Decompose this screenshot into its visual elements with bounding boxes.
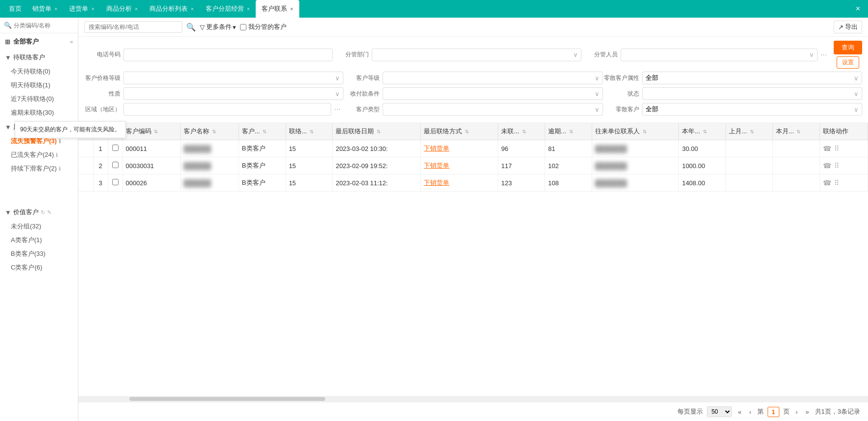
sidebar-item-tomorrow[interactable]: 明天待联络(1) bbox=[0, 78, 78, 92]
tab-analysis-list-close[interactable]: × bbox=[191, 6, 193, 12]
last-page-button[interactable]: » bbox=[803, 407, 811, 417]
value-edit-icon[interactable]: ✎ bbox=[47, 209, 51, 216]
th-overdue[interactable]: 逾期... ⇅ bbox=[545, 123, 592, 140]
filter-select-status[interactable]: ∨ bbox=[642, 87, 862, 100]
filter-select-region[interactable] bbox=[123, 103, 331, 116]
filter-select-customer-type[interactable]: ∨ bbox=[383, 103, 603, 116]
row-checkbox[interactable] bbox=[112, 179, 119, 185]
value-refresh-icon[interactable]: ↻ bbox=[41, 209, 45, 216]
per-page-select[interactable]: 50 100 200 bbox=[707, 406, 732, 417]
th-contact-person[interactable]: 往来单位联系人 ⇅ bbox=[592, 123, 679, 140]
th-not-contacted[interactable]: 未联... ⇅ bbox=[498, 123, 545, 140]
next-page-button[interactable]: › bbox=[794, 407, 799, 417]
sidebar-collapse-icon[interactable]: « bbox=[70, 39, 73, 45]
region-dots-button[interactable]: ··· bbox=[331, 105, 343, 114]
filter-select-zero-customer[interactable]: 全部 ∨ bbox=[642, 103, 862, 116]
filter-select-zero-attr[interactable]: 全部 ∨ bbox=[642, 72, 862, 84]
sidebar-item-overdue[interactable]: 逾期未联络(30) bbox=[0, 106, 78, 120]
filter-input-phone[interactable] bbox=[123, 49, 333, 61]
export-button[interactable]: ↗ 导出 bbox=[834, 21, 862, 33]
query-button[interactable]: 查询 bbox=[834, 41, 862, 54]
row-last-method-cell[interactable]: 下销货单 bbox=[421, 140, 498, 157]
first-page-button[interactable]: « bbox=[736, 407, 743, 417]
filter-settings-button[interactable]: 设置 bbox=[837, 56, 859, 69]
filter-select-manager[interactable]: ∨ bbox=[621, 49, 818, 61]
row-this-year-cell: 1000.00 bbox=[679, 157, 726, 174]
sidebar-item-ungrouped[interactable]: 未分组(32) bbox=[0, 220, 78, 233]
all-customers-header[interactable]: ⊞ 全部客户 « bbox=[0, 33, 78, 50]
scroll-thumb[interactable] bbox=[129, 397, 325, 401]
row-settings-cell bbox=[78, 174, 93, 192]
row-this-month-cell bbox=[772, 174, 820, 192]
more-conditions-button[interactable]: ▽ 更多条件 ▾ bbox=[200, 23, 236, 31]
sidebar-item-declining[interactable]: 持续下滑客户(2) ℹ bbox=[0, 162, 78, 175]
sidebar-item-7days[interactable]: 近7天待联络(0) bbox=[0, 92, 78, 106]
th-this-month-label: 本月... bbox=[776, 127, 794, 135]
tab-purchase[interactable]: 进货单 × bbox=[63, 0, 100, 18]
filter-select-dept[interactable]: ∨ bbox=[372, 49, 581, 61]
action-more-icon[interactable]: ⠿ bbox=[834, 179, 839, 187]
window-close-button[interactable]: × bbox=[852, 4, 864, 13]
th-last-date[interactable]: 最后联络日期 ⇅ bbox=[333, 123, 421, 140]
th-this-year[interactable]: 本年... ⇅ bbox=[679, 123, 726, 140]
tab-home[interactable]: 首页 bbox=[4, 0, 26, 18]
declining-info-icon: ℹ bbox=[59, 166, 61, 172]
sidebar-item-class-b[interactable]: B类客户(33) bbox=[0, 247, 78, 261]
filter-select-price-grade[interactable]: ∨ bbox=[123, 72, 343, 84]
th-name[interactable]: 客户名称 ⇅ bbox=[181, 123, 239, 140]
th-last-method[interactable]: 最后联络方式 ⇅ bbox=[421, 123, 498, 140]
tab-analysis[interactable]: 商品分析 × bbox=[100, 0, 144, 18]
prev-page-button[interactable]: ‹ bbox=[747, 407, 753, 417]
th-this-month-sort-icon: ⇅ bbox=[796, 129, 800, 134]
tab-sales-close[interactable]: × bbox=[54, 6, 57, 12]
row-last-method-cell[interactable]: 下销货单 bbox=[421, 157, 498, 174]
th-not-contacted-sort-icon: ⇅ bbox=[522, 129, 526, 134]
th-contact[interactable]: 联络... ⇅ bbox=[286, 123, 333, 140]
tab-analysis-close[interactable]: × bbox=[135, 6, 138, 12]
tab-customer-layer-close[interactable]: × bbox=[247, 6, 250, 12]
sidebar-item-churned[interactable]: 已流失客户(24) ℹ bbox=[0, 148, 78, 162]
th-last-month[interactable]: 上月... ⇅ bbox=[726, 123, 773, 140]
filter-select-customer-grade[interactable]: ∨ bbox=[383, 72, 603, 84]
tab-analysis-list[interactable]: 商品分析列表 × bbox=[144, 0, 199, 18]
row-last-month-cell bbox=[726, 157, 773, 174]
filter-field-zero-customer: 零散客户 全部 ∨ bbox=[603, 103, 862, 116]
filter-select-nature[interactable]: ∨ bbox=[123, 87, 343, 100]
search-button[interactable]: 🔍 bbox=[186, 23, 196, 32]
th-last-date-label: 最后联络日期 bbox=[336, 127, 374, 135]
tab-purchase-close[interactable]: × bbox=[91, 6, 94, 12]
action-phone-icon[interactable]: ☎ bbox=[823, 179, 831, 187]
sidebar-group-value[interactable]: ▼ 价值客户 ↻ ✎ bbox=[0, 205, 78, 220]
sidebar-item-class-a[interactable]: A类客户(1) bbox=[0, 233, 78, 247]
sidebar-item-class-c[interactable]: C类客户(6) bbox=[0, 261, 78, 274]
dept-chevron-icon: ∨ bbox=[573, 51, 578, 58]
row-last-method-cell[interactable]: 下销货单 bbox=[421, 174, 498, 192]
sidebar-group-pending[interactable]: ▼ 待联络客户 bbox=[0, 50, 78, 65]
search-input[interactable] bbox=[84, 21, 182, 33]
th-code[interactable]: 客户编码 ⇅ bbox=[122, 123, 181, 140]
action-more-icon[interactable]: ⠿ bbox=[834, 162, 839, 170]
row-checkbox[interactable] bbox=[112, 162, 119, 168]
manager-dots-button[interactable]: ··· bbox=[818, 50, 830, 59]
my-customers-checkbox[interactable] bbox=[240, 24, 246, 30]
tab-customer-contact-close[interactable]: × bbox=[290, 6, 293, 12]
action-phone-icon[interactable]: ☎ bbox=[823, 162, 831, 170]
filter-select-payment[interactable]: ∨ bbox=[383, 87, 603, 100]
tab-customer-contact[interactable]: 客户联系 × bbox=[256, 0, 299, 18]
sidebar-item-today[interactable]: 今天待联络(0) bbox=[0, 65, 78, 78]
tab-customer-layer[interactable]: 客户分层经营 × bbox=[200, 0, 256, 18]
row-checkbox[interactable] bbox=[112, 145, 119, 151]
row-settings-cell bbox=[78, 140, 93, 157]
th-this-month[interactable]: 本月... ⇅ bbox=[772, 123, 820, 140]
pagination: 每页显示 50 100 200 « ‹ 第 1 页 › » 共1页，3条记录 bbox=[78, 402, 868, 421]
tab-sales[interactable]: 销货单 × bbox=[26, 0, 63, 18]
filter-field-customer-grade: 客户等级 ∨ bbox=[343, 72, 603, 84]
my-customers-checkbox-label[interactable]: 我分管的客户 bbox=[240, 23, 287, 31]
horizontal-scrollbar[interactable] bbox=[78, 396, 868, 402]
table-row: 3 000026 ██████ B类客户 15 2023-02-03 11:12… bbox=[78, 174, 868, 192]
filter-label-status: 状态 bbox=[603, 90, 642, 98]
sidebar-search-input[interactable] bbox=[14, 22, 78, 29]
th-type[interactable]: 客户... ⇅ bbox=[239, 123, 286, 140]
action-more-icon[interactable]: ⠿ bbox=[834, 145, 839, 152]
action-phone-icon[interactable]: ☎ bbox=[823, 145, 831, 152]
